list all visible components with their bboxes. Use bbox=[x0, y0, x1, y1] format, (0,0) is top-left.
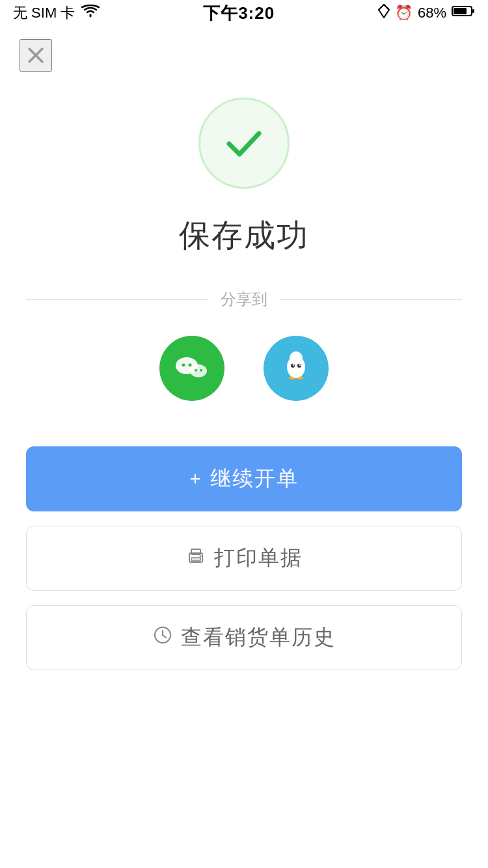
svg-point-25 bbox=[200, 556, 202, 558]
success-title: 保存成功 bbox=[179, 215, 309, 256]
success-circle bbox=[198, 98, 290, 189]
share-wechat-button[interactable] bbox=[159, 336, 224, 401]
divider-right bbox=[280, 299, 462, 300]
svg-point-8 bbox=[182, 364, 185, 367]
svg-point-9 bbox=[189, 364, 192, 367]
battery-icon bbox=[452, 5, 475, 21]
qq-icon bbox=[277, 349, 315, 387]
svg-point-16 bbox=[293, 364, 294, 366]
svg-point-13 bbox=[290, 351, 303, 364]
close-button[interactable] bbox=[20, 39, 52, 72]
history-button[interactable]: 查看销货单历史 bbox=[26, 605, 462, 670]
svg-point-7 bbox=[190, 364, 207, 377]
printer-icon bbox=[185, 545, 206, 571]
svg-point-17 bbox=[299, 364, 301, 366]
alarm-icon: ⏰ bbox=[395, 5, 413, 21]
share-qq-button[interactable] bbox=[264, 336, 329, 401]
divider-left bbox=[26, 299, 208, 300]
svg-point-15 bbox=[297, 364, 301, 368]
svg-rect-24 bbox=[191, 558, 200, 561]
share-label: 分享到 bbox=[221, 289, 267, 310]
svg-point-10 bbox=[195, 369, 197, 372]
no-sim-text: 无 SIM 卡 bbox=[13, 3, 75, 23]
close-area bbox=[0, 26, 488, 85]
main-content: 保存成功 分享到 bbox=[0, 85, 488, 868]
wifi-icon bbox=[81, 5, 100, 21]
status-left: 无 SIM 卡 bbox=[13, 3, 100, 23]
status-bar: 无 SIM 卡 下午3:20 ⏰ 68% bbox=[0, 0, 488, 26]
svg-point-21 bbox=[290, 368, 303, 378]
svg-point-11 bbox=[200, 369, 202, 372]
location-icon bbox=[378, 4, 390, 22]
print-button[interactable]: 打印单据 bbox=[26, 526, 462, 591]
checkmark-icon bbox=[221, 120, 267, 166]
status-time: 下午3:20 bbox=[203, 2, 275, 25]
share-divider: 分享到 bbox=[26, 289, 462, 310]
continue-label: 继续开单 bbox=[210, 465, 299, 493]
svg-rect-3 bbox=[472, 9, 474, 13]
svg-line-0 bbox=[384, 5, 389, 10]
continue-button[interactable]: + 继续开单 bbox=[26, 446, 462, 511]
print-label: 打印单据 bbox=[214, 544, 303, 573]
status-right: ⏰ 68% bbox=[378, 4, 475, 22]
history-label: 查看销货单历史 bbox=[181, 623, 336, 652]
action-buttons: + 继续开单 打印单据 查看销货单历史 bbox=[26, 446, 462, 670]
clock-icon bbox=[152, 625, 173, 651]
share-row bbox=[159, 336, 329, 401]
plus-icon: + bbox=[189, 468, 202, 490]
svg-rect-2 bbox=[454, 8, 467, 14]
wechat-icon bbox=[172, 349, 211, 388]
battery-percent: 68% bbox=[418, 5, 446, 21]
svg-point-14 bbox=[291, 364, 295, 368]
